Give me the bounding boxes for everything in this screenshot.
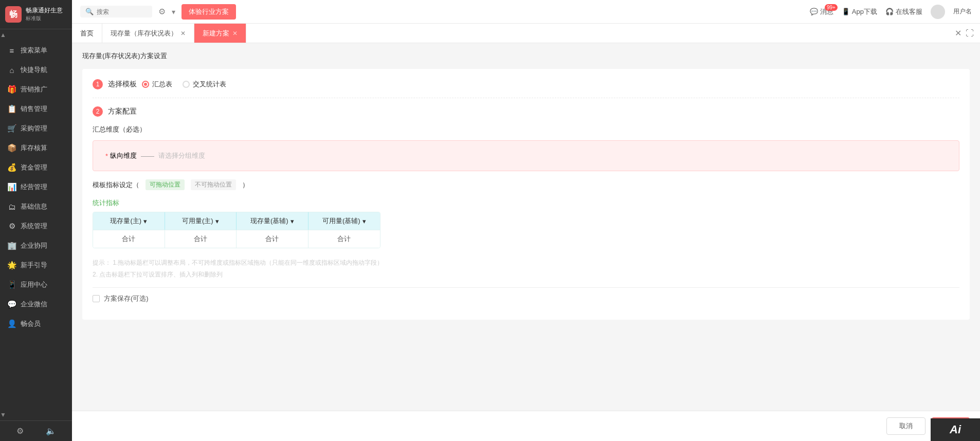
user-avatar[interactable] <box>931 5 945 19</box>
sidebar-item-quick-nav[interactable]: ⌂ 快捷导航 <box>0 60 72 80</box>
stats-td-1: 合计 <box>165 230 237 248</box>
sidebar-item-marketing[interactable]: 🎁 营销推广 <box>0 80 72 99</box>
sidebar-item-label: 快捷导航 <box>21 65 47 75</box>
search-menu-icon: ≡ <box>7 46 16 55</box>
stats-th-2-label: 现存量(基辅) <box>250 216 288 226</box>
sidebar-item-basic-info[interactable]: 🗂 基础信息 <box>0 197 72 216</box>
tip-2: 2. 点击标题栏下拉可设置排序、插入列和删除列 <box>93 270 959 279</box>
service-label: 在线客服 <box>896 7 922 16</box>
sidebar-item-purchase[interactable]: 🛒 采购管理 <box>0 119 72 138</box>
save-option-label: 方案保存(可选) <box>104 294 149 303</box>
settings-icon[interactable]: ⚙ <box>16 426 24 436</box>
template-radio-group: 汇总表 交叉统计表 <box>142 80 226 89</box>
indicator-label-end: ） <box>242 180 249 190</box>
tab-new-plan-close-icon[interactable]: ✕ <box>232 30 238 37</box>
save-checkbox[interactable] <box>93 295 100 302</box>
close-icon[interactable]: ✕ <box>955 28 961 38</box>
sound-icon[interactable]: 🔈 <box>46 426 56 436</box>
stats-th-1-dropdown[interactable]: ▾ <box>215 217 219 225</box>
footer-btns: 取消 查询 <box>72 411 980 441</box>
basic-info-icon: 🗂 <box>7 202 16 211</box>
indicator-tag-active: 可拖动位置 <box>146 179 185 190</box>
step1-num: 1 <box>93 79 103 89</box>
dimension-hint: * 纵向维度 —— 请选择分组维度 <box>93 140 959 171</box>
message-badge: 99+ <box>825 4 838 11</box>
sidebar-item-enterprise[interactable]: 🏢 企业协同 <box>0 236 72 255</box>
sidebar-item-label: 库存核算 <box>21 143 47 153</box>
cancel-button[interactable]: 取消 <box>886 417 925 435</box>
stats-th-0: 现存量(主) ▾ <box>93 212 165 230</box>
radio-cross[interactable]: 交叉统计表 <box>183 80 226 89</box>
tab-inventory-close-icon[interactable]: ✕ <box>180 30 186 37</box>
app-center-icon: 📱 <box>7 280 16 289</box>
indicator-tag-inactive: 不可拖动位置 <box>191 179 236 190</box>
inventory-icon: 📦 <box>7 143 16 153</box>
step2-num: 2 <box>93 106 103 117</box>
stats-th-2-dropdown[interactable]: ▾ <box>291 217 294 225</box>
sidebar-item-label: 资金管理 <box>21 163 47 172</box>
search-input[interactable] <box>97 8 147 15</box>
service-icon: 🎧 <box>885 8 894 15</box>
sidebar-item-management[interactable]: 📊 经营管理 <box>0 177 72 197</box>
step2-title: 方案配置 <box>108 107 137 116</box>
tab-new-plan-label: 新建方案 <box>203 29 229 38</box>
tab-new-plan[interactable]: 新建方案 ✕ <box>194 24 246 43</box>
sidebar-item-label: 新手引导 <box>21 261 47 270</box>
sidebar-item-search-menu[interactable]: ≡ 搜索菜单 <box>0 41 72 60</box>
step1-title: 选择模板 <box>108 80 137 89</box>
topbar: 🔍 ⚙ ▾ 体验行业方案 💬 消息 99+ 📱 App下载 🎧 在线客服 用户名 <box>72 0 980 24</box>
ai-badge: Ai <box>931 418 980 441</box>
sidebar-item-label: 采购管理 <box>21 124 47 133</box>
main-area: 🔍 ⚙ ▾ 体验行业方案 💬 消息 99+ 📱 App下载 🎧 在线客服 用户名 <box>72 0 980 441</box>
content-area: 现存量(库存状况表)方案设置 1 选择模板 汇总表 交叉统计表 <box>72 43 980 411</box>
sidebar-item-inventory[interactable]: 📦 库存核算 <box>0 138 72 158</box>
stats-th-1-label: 可用量(主) <box>182 216 213 226</box>
online-service-btn[interactable]: 🎧 在线客服 <box>885 7 922 16</box>
tab-inventory-status[interactable]: 现存量（库存状况表） ✕ <box>102 24 194 43</box>
sidebar-item-label: 营销推广 <box>21 85 47 94</box>
indicator-label: 模板指标设定（ <box>93 180 139 190</box>
expand-icon[interactable]: ⛶ <box>966 29 974 38</box>
radio-cross-circle <box>183 81 190 88</box>
sidebar-item-label: 企业微信 <box>21 300 47 309</box>
sidebar-item-member[interactable]: 👤 畅会员 <box>0 314 72 334</box>
stats-td-0: 合计 <box>93 230 165 248</box>
sidebar-item-label: 企业协同 <box>21 241 47 250</box>
message-btn[interactable]: 💬 消息 99+ <box>810 7 833 16</box>
tip-1: 提示： 1.拖动标题栏可以调整布局，不可跨维度或指标区域拖动（只能在同一维度或指… <box>93 259 959 267</box>
stats-th-0-dropdown[interactable]: ▾ <box>143 217 147 225</box>
app-badge: 标准版 <box>26 15 63 22</box>
window-controls: ✕ ⛶ <box>955 28 980 38</box>
sidebar-item-sales[interactable]: 📋 销售管理 <box>0 99 72 119</box>
sidebar-scroll-down[interactable]: ▼ <box>0 409 72 420</box>
app-download-btn[interactable]: 📱 App下载 <box>842 7 877 16</box>
indicator-setting-row: 模板指标设定（ 可拖动位置 不可拖动位置 ） <box>93 179 959 190</box>
sidebar-item-enterprise-wechat[interactable]: 💬 企业微信 <box>0 295 72 314</box>
dimension-placeholder: 请选择分组维度 <box>158 151 205 160</box>
page-title: 现存量(库存状况表)方案设置 <box>82 51 970 61</box>
sidebar-scroll-up[interactable]: ▲ <box>0 29 72 41</box>
sidebar-item-new-guide[interactable]: 🌟 新手引导 <box>0 255 72 275</box>
topbar-search-box[interactable]: 🔍 <box>80 6 152 17</box>
gear-icon[interactable]: ⚙ <box>158 7 166 16</box>
tab-home[interactable]: 首页 <box>72 24 102 43</box>
stats-table: 现存量(主) ▾ 可用量(主) ▾ 现存量(基辅) ▾ 可用量(基辅) ▾ <box>93 212 380 248</box>
app-icon: 📱 <box>842 8 850 15</box>
sidebar-item-system[interactable]: ⚙ 系统管理 <box>0 216 72 236</box>
sidebar-item-app-center[interactable]: 📱 应用中心 <box>0 275 72 295</box>
dropdown-icon[interactable]: ▾ <box>172 8 175 16</box>
sidebar-bottom: ⚙ 🔈 <box>0 420 72 441</box>
stats-th-3-dropdown[interactable]: ▾ <box>362 217 366 225</box>
sidebar-item-label: 系统管理 <box>21 222 47 231</box>
sidebar-item-label: 搜索菜单 <box>21 46 47 55</box>
sidebar-item-finance[interactable]: 💰 资金管理 <box>0 158 72 177</box>
member-icon: 👤 <box>7 319 16 328</box>
purchase-icon: 🛒 <box>7 124 16 133</box>
stats-th-3-label: 可用量(基辅) <box>322 216 360 226</box>
sidebar: 畅 畅康通好生意 标准版 ▲ ≡ 搜索菜单 ⌂ 快捷导航 🎁 营销推广 📋 销售… <box>0 0 72 441</box>
trial-btn[interactable]: 体验行业方案 <box>182 4 236 20</box>
radio-summary[interactable]: 汇总表 <box>142 80 172 89</box>
topbar-left: 🔍 ⚙ ▾ 体验行业方案 <box>80 4 236 20</box>
sidebar-item-label: 经营管理 <box>21 182 47 192</box>
divider-1 <box>93 98 959 98</box>
